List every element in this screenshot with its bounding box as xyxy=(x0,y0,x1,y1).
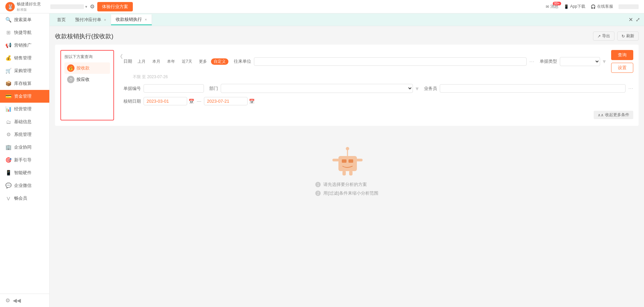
sidebar-item-wechat[interactable]: 💬 企业微信 xyxy=(0,179,49,192)
counterpart-dots[interactable]: ··· xyxy=(529,58,534,65)
bill-no-label: 单据编号 xyxy=(123,86,141,92)
export-label: 导出 xyxy=(602,33,610,39)
date-btn-more[interactable]: 更多 xyxy=(196,58,210,65)
sidebar-item-quick-nav[interactable]: ⊞ 快捷导航 xyxy=(0,26,49,39)
logo-icon: 🐰 xyxy=(5,2,15,11)
app-download-btn[interactable]: 📱 App下载 xyxy=(564,4,585,9)
filter-collapse-btn[interactable]: 《 xyxy=(117,53,123,60)
verify-date-end-cal-icon[interactable]: 📅 xyxy=(249,99,255,104)
bill-type-dots[interactable]: ▾ xyxy=(603,58,606,65)
verify-date-end-input[interactable] xyxy=(204,97,248,105)
dept-label: 部门 xyxy=(209,86,218,92)
export-button[interactable]: ↗ 导出 xyxy=(593,32,614,41)
filter-option-title: 按以下方案查询 xyxy=(64,54,110,60)
query-button[interactable]: 查询 xyxy=(611,50,633,60)
empty-tips: 1 请先选择要分析的方案 2 用[过滤]条件来缩小分析范围 xyxy=(315,182,378,196)
tab-prepay[interactable]: 预付冲应付单 × xyxy=(70,15,111,25)
management-icon: 📊 xyxy=(5,106,11,112)
sidebar-item-sales[interactable]: 💰 销售管理 xyxy=(0,52,49,64)
main-panel: 首页 预付冲应付单 × 收款核销执行 × ✕ ⤢ 收款核销执行(按收款) ↗ xyxy=(50,13,644,307)
settings-icon-btn[interactable]: ⚙ xyxy=(90,3,95,10)
inventory-icon: 📦 xyxy=(5,81,11,87)
verify-date-end-wrap: 📅 xyxy=(204,97,255,105)
online-service-btn[interactable]: 🎧 在线客服 xyxy=(591,4,613,9)
company-selector[interactable]: ▾ xyxy=(50,4,87,9)
close-window-btn[interactable]: ✕ xyxy=(629,16,633,23)
collapse-more-row: ∧∧ 收起更多条件 xyxy=(123,109,633,120)
tip-num-1: 1 xyxy=(315,182,321,187)
user-name[interactable] xyxy=(619,4,639,9)
bill-no-item: 单据编号 xyxy=(123,84,204,93)
salesman-dots[interactable]: ··· xyxy=(628,85,633,92)
filter-option-panel: 按以下方案查询 💰 按收款 ⏱ 按应收 xyxy=(60,50,114,120)
sidebar-item-guide[interactable]: 🎯 新手引导 xyxy=(0,154,49,166)
top-bar-left: 🐰 畅捷通好生意 标准版 ▾ ⚙ 体验行业方案 xyxy=(5,1,133,12)
sidebar-collapse-btn[interactable]: ◀◀ xyxy=(13,297,21,304)
sidebar-item-management[interactable]: 📊 经营管理 xyxy=(0,103,49,115)
filter-option-by-receivable[interactable]: ⏱ 按应收 xyxy=(64,74,110,85)
solution-button[interactable]: 体验行业方案 xyxy=(97,2,133,11)
sidebar-item-capital[interactable]: 💳 资金管理 xyxy=(0,90,49,103)
sidebar-item-inventory[interactable]: 📦 库存核算 xyxy=(0,77,49,90)
tab-verify-close[interactable]: × xyxy=(145,17,147,21)
sidebar-item-basic-info[interactable]: 🗂 基础信息 xyxy=(0,115,49,128)
verify-date-start-cal-icon[interactable]: 📅 xyxy=(189,99,194,104)
refresh-button[interactable]: ↻ 刷新 xyxy=(617,32,639,41)
verify-date-start-input[interactable] xyxy=(144,97,187,105)
sidebar-item-system[interactable]: ⚙ 系统管理 xyxy=(0,128,49,141)
counterpart-input[interactable] xyxy=(254,57,527,66)
salesman-input[interactable] xyxy=(440,84,626,93)
verify-date-label: 核销日期 xyxy=(123,98,141,104)
sidebar-item-enterprise[interactable]: 🏢 企业协同 xyxy=(0,141,49,154)
tab-verify[interactable]: 收款核销执行 × xyxy=(111,14,152,25)
svg-rect-0 xyxy=(338,156,357,171)
sidebar-settings-icon[interactable]: ⚙ xyxy=(5,297,10,304)
bill-type-select[interactable] xyxy=(560,57,600,66)
filter-fields: 日期 上月 本月 本年 近7天 更多 自定义 往来单位 xyxy=(123,50,633,120)
sidebar-items-container: 🔍 搜索菜单 ⊞ 快捷导航 📢 营销推广 💰 销售管理 🛒 采购管理 📦 库存核… xyxy=(0,13,49,205)
marketing-icon: 📢 xyxy=(5,42,11,48)
message-btn[interactable]: ✉ 消息 99+ xyxy=(546,4,558,9)
svg-rect-2 xyxy=(348,159,353,163)
tip-label-1: 请先选择要分析的方案 xyxy=(323,182,367,188)
service-icon: 🎧 xyxy=(591,4,596,9)
message-icon: ✉ xyxy=(546,4,549,9)
tab-verify-label: 收款核销执行 xyxy=(116,16,142,22)
app-name-group: 畅捷通好生意 标准版 xyxy=(17,1,41,12)
main-layout: 🔍 搜索菜单 ⊞ 快捷导航 📢 营销推广 💰 销售管理 🛒 采购管理 📦 库存核… xyxy=(0,13,644,307)
date-btn-this-month[interactable]: 本月 xyxy=(150,58,163,65)
dept-select[interactable] xyxy=(221,84,413,93)
collapse-more-button[interactable]: ∧∧ 收起更多条件 xyxy=(594,111,633,119)
date-btn-this-year[interactable]: 本年 xyxy=(164,58,178,65)
empty-tip-2: 2 用[过滤]条件来缩小分析范围 xyxy=(315,190,378,196)
receipt-option-icon: 💰 xyxy=(67,64,74,72)
date-btn-7days[interactable]: 近7天 xyxy=(179,58,195,65)
salesman-item: 业务员 ··· xyxy=(424,84,633,93)
date-btn-custom[interactable]: 自定义 xyxy=(211,58,228,65)
dept-item: 部门 ▾ xyxy=(209,84,419,93)
app-logo: 🐰 畅捷通好生意 标准版 xyxy=(5,1,41,12)
top-bar: 🐰 畅捷通好生意 标准版 ▾ ⚙ 体验行业方案 ✉ 消息 99+ 📱 App下载… xyxy=(0,0,644,13)
tab-bar-right: ✕ ⤢ xyxy=(629,16,641,23)
setting-button[interactable]: 设置 xyxy=(611,63,633,73)
basic-info-icon: 🗂 xyxy=(5,119,11,125)
sidebar-item-marketing[interactable]: 📢 营销推广 xyxy=(0,39,49,52)
sidebar-item-member[interactable]: V 畅会员 xyxy=(0,192,49,205)
member-icon: V xyxy=(5,196,11,201)
sidebar-item-search-menu[interactable]: 🔍 搜索菜单 xyxy=(0,13,49,26)
bill-no-input[interactable] xyxy=(144,84,204,93)
sidebar-item-purchase[interactable]: 🛒 采购管理 xyxy=(0,64,49,77)
bill-type-label: 单据类型 xyxy=(540,58,557,64)
svg-rect-1 xyxy=(342,159,346,163)
filter-option-by-receipt[interactable]: 💰 按收款 xyxy=(64,62,110,74)
purchase-icon: 🛒 xyxy=(5,68,11,74)
counterpart-item: 往来单位 ··· xyxy=(234,57,534,66)
tab-prepay-close[interactable]: × xyxy=(104,18,106,22)
basic-info-label: 基础信息 xyxy=(14,119,32,125)
dept-chevron[interactable]: ▾ xyxy=(416,85,419,92)
company-name xyxy=(50,4,84,9)
tab-home[interactable]: 首页 xyxy=(52,15,70,25)
maximize-btn[interactable]: ⤢ xyxy=(636,16,640,23)
date-btn-last-month[interactable]: 上月 xyxy=(135,58,148,65)
sidebar-item-hardware[interactable]: 📱 智能硬件 xyxy=(0,166,49,179)
